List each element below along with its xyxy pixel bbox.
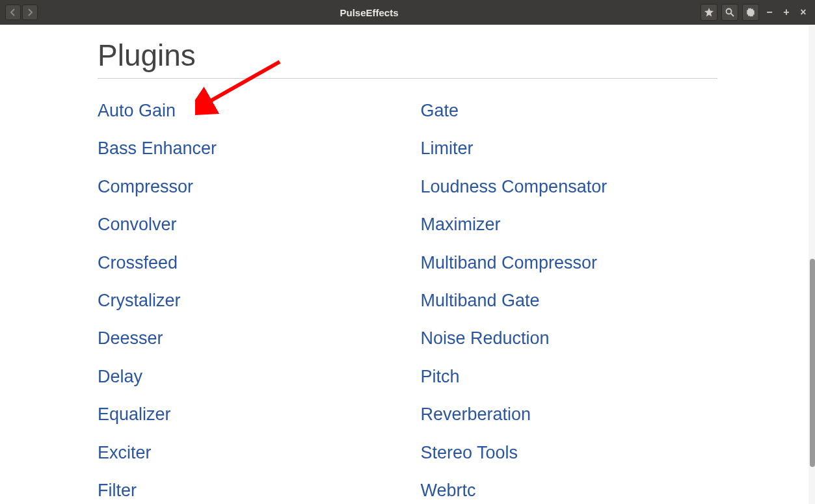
title-bar: PulseEffects − + × (0, 0, 815, 25)
star-icon (704, 8, 714, 17)
plugin-link-convolver[interactable]: Convolver (98, 206, 395, 243)
close-button[interactable]: × (797, 6, 810, 19)
back-button[interactable] (5, 5, 21, 20)
plugin-link-webrtc[interactable]: Webrtc (421, 471, 718, 504)
plugin-columns: Auto Gain Bass Enhancer Compressor Convo… (98, 92, 717, 504)
right-button-group: − + × (701, 4, 810, 21)
window-title: PulseEffects (38, 7, 701, 18)
arrow-right-icon (26, 8, 34, 16)
svg-line-1 (731, 14, 734, 17)
settings-button[interactable] (742, 4, 759, 21)
plugin-column-right: Gate Limiter Loudness Compensator Maximi… (421, 92, 718, 504)
plugin-link-delay[interactable]: Delay (98, 358, 395, 395)
plugin-link-auto-gain[interactable]: Auto Gain (98, 92, 395, 129)
plugin-link-crystalizer[interactable]: Crystalizer (98, 282, 395, 319)
page-title: Plugins (98, 38, 717, 79)
gear-icon (746, 8, 755, 17)
svg-point-0 (727, 9, 732, 14)
plugin-link-filter[interactable]: Filter (98, 471, 395, 504)
scrollbar-thumb[interactable] (810, 259, 815, 467)
content-area: Plugins Auto Gain Bass Enhancer Compress… (0, 25, 815, 504)
plugin-link-maximizer[interactable]: Maximizer (421, 206, 718, 243)
plugin-link-exciter[interactable]: Exciter (98, 434, 395, 471)
plugin-link-multiband-gate[interactable]: Multiband Gate (421, 282, 718, 319)
plugin-link-bass-enhancer[interactable]: Bass Enhancer (98, 129, 395, 167)
forward-button[interactable] (22, 5, 38, 20)
plugin-link-compressor[interactable]: Compressor (98, 168, 395, 206)
plugin-link-gate[interactable]: Gate (421, 92, 718, 129)
plugin-column-left: Auto Gain Bass Enhancer Compressor Convo… (98, 92, 395, 504)
plugin-link-noise-reduction[interactable]: Noise Reduction (421, 319, 718, 357)
plugin-link-loudness-compensator[interactable]: Loudness Compensator (421, 168, 718, 206)
nav-button-group (5, 5, 38, 20)
minimize-icon: − (766, 7, 772, 18)
plugin-link-equalizer[interactable]: Equalizer (98, 395, 395, 433)
search-button[interactable] (721, 4, 738, 21)
plugin-link-deesser[interactable]: Deesser (98, 319, 395, 357)
maximize-button[interactable]: + (780, 6, 793, 19)
star-button[interactable] (701, 4, 717, 21)
plugin-link-stereo-tools[interactable]: Stereo Tools (421, 434, 718, 471)
plugin-link-limiter[interactable]: Limiter (421, 129, 718, 167)
plugin-link-pitch[interactable]: Pitch (421, 358, 718, 395)
plugin-link-reverberation[interactable]: Reverberation (421, 395, 718, 433)
minimize-button[interactable]: − (763, 6, 776, 19)
close-icon: × (800, 7, 806, 18)
search-icon (725, 8, 734, 17)
arrow-left-icon (9, 8, 17, 16)
maximize-icon: + (783, 7, 789, 18)
plugin-link-multiband-compressor[interactable]: Multiband Compressor (421, 244, 718, 282)
plugin-link-crossfeed[interactable]: Crossfeed (98, 244, 395, 282)
